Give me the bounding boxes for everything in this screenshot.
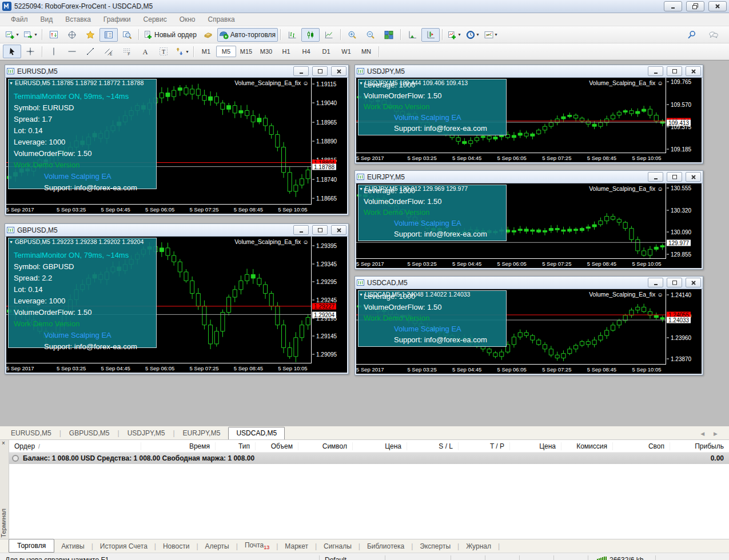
terminal-tab-7[interactable]: Сигналы — [317, 541, 358, 552]
periods-button[interactable]: ▾ — [463, 28, 481, 42]
chart-window-titlebar[interactable]: GBPUSD,M5 — [5, 224, 348, 237]
tile-windows-button[interactable] — [380, 28, 398, 42]
new-order-button[interactable]: Новый ордер — [141, 28, 199, 42]
vline-button[interactable] — [45, 45, 63, 58]
terminal-column-10[interactable]: Своп — [612, 442, 670, 450]
time-axis[interactable]: 5 Sep 20175 Sep 03:255 Sep 04:455 Sep 06… — [6, 205, 312, 214]
time-axis[interactable]: 5 Sep 20175 Sep 03:255 Sep 04:455 Sep 06… — [356, 365, 666, 374]
templates-button[interactable]: ▾ — [481, 28, 500, 42]
timeframe-mn-button[interactable]: MN — [356, 46, 376, 57]
auto-scroll-button[interactable] — [403, 28, 421, 42]
chart-window-usdcad[interactable]: USDCAD,M5Leverage: 1000VolumeOrderFlow: … — [354, 276, 703, 375]
timeframe-m15-button[interactable]: M15 — [236, 46, 256, 57]
terminal-panel-button[interactable] — [99, 28, 118, 42]
menu-item-view[interactable]: Вид — [34, 14, 59, 25]
chart-tab-eurjpy[interactable]: EURJPY,M5 — [175, 427, 229, 439]
terminal-column-2[interactable]: Тип — [215, 442, 255, 450]
terminal-column-7[interactable]: T / P — [458, 442, 509, 450]
terminal-tab-1[interactable]: Активы — [54, 541, 91, 552]
timeframe-h1-button[interactable]: H1 — [276, 46, 296, 57]
chart-restore-button[interactable] — [312, 66, 328, 76]
terminal-column-8[interactable]: Цена — [509, 442, 561, 450]
chart-restore-button[interactable] — [667, 172, 682, 182]
bars-chart-button[interactable] — [283, 28, 301, 42]
timeframe-m5-button[interactable]: M5 — [216, 46, 236, 57]
terminal-tab-8[interactable]: Библиотека — [360, 541, 411, 552]
terminal-column-6[interactable]: S / L — [407, 442, 458, 450]
chart-tab-eurusd[interactable]: EURUSD,M5 — [3, 427, 59, 439]
menu-item-charts[interactable]: Графики — [97, 14, 137, 25]
market-watch-button[interactable] — [45, 28, 63, 42]
timeframe-w1-button[interactable]: W1 — [336, 46, 356, 57]
dropdown-arrow-icon[interactable]: ▾ — [495, 32, 497, 37]
indicators-button[interactable]: ▾ — [445, 28, 463, 42]
chart-restore-button[interactable] — [312, 225, 328, 235]
terminal-column-0[interactable]: Ордер/ — [9, 442, 141, 450]
dropdown-arrow-icon[interactable]: ▾ — [34, 32, 37, 37]
chart-window-usdjpy[interactable]: USDJPY,M5Leverage: 1000VolumeOrderFlow: … — [354, 65, 703, 164]
search-button[interactable] — [683, 28, 701, 42]
terminal-tab-0[interactable]: Торговля — [9, 539, 54, 553]
channel-button[interactable]: E — [99, 45, 118, 58]
time-axis[interactable]: 5 Sep 20175 Sep 03:255 Sep 04:455 Sep 06… — [6, 364, 312, 373]
chart-minimize-button[interactable] — [648, 172, 663, 182]
terminal-column-5[interactable]: Цена — [352, 442, 407, 450]
time-axis[interactable]: 5 Sep 20175 Sep 03:255 Sep 04:455 Sep 06… — [356, 259, 666, 268]
chart-window-eurjpy[interactable]: EURJPY,M5Leverage: 1000VolumeOrderFlow: … — [354, 170, 703, 270]
terminal-tab-10[interactable]: Журнал — [459, 541, 498, 552]
menu-item-window[interactable]: Окно — [173, 14, 202, 25]
chart-plot[interactable]: Leverage: 1000VolumeOrderFlow: 1.50Work … — [356, 78, 666, 153]
chart-tab-usdjpy[interactable]: USDJPY,M5 — [119, 427, 173, 439]
chart-restore-button[interactable] — [667, 278, 682, 287]
chart-close-button[interactable] — [331, 225, 346, 235]
chart-close-button[interactable] — [686, 278, 701, 287]
tab-scroll-left-icon[interactable]: ◀ — [700, 431, 704, 437]
dropdown-arrow-icon[interactable]: ▾ — [186, 49, 188, 54]
metaeditor-button[interactable] — [199, 28, 217, 42]
terminal-tab-3[interactable]: Новости — [156, 541, 196, 552]
chart-close-button[interactable] — [686, 66, 701, 76]
chart-close-button[interactable] — [331, 66, 346, 76]
chart-plot[interactable]: Leverage: 1000VolumeOrderFlow: 1.50Work … — [356, 183, 666, 259]
chart-plot[interactable]: Leverage: 1000VolumeOrderFlow: 1.50Work … — [356, 289, 666, 365]
chart-window-gbpusd[interactable]: GBPUSD,M5TerminalMonitor ON, 79ms, ~14ms… — [5, 223, 349, 374]
price-scale[interactable]: 1.293951.293451.292951.292451.291951.291… — [312, 237, 347, 363]
timeframe-m1-button[interactable]: M1 — [196, 46, 216, 57]
terminal-column-1[interactable]: Время — [141, 442, 215, 450]
window-close-button[interactable] — [708, 1, 727, 11]
crosshair-button[interactable] — [21, 45, 39, 58]
chart-close-button[interactable] — [686, 172, 701, 182]
fibonacci-button[interactable]: F — [118, 45, 136, 58]
terminal-tab-6[interactable]: Маркет — [278, 541, 315, 552]
chart-minimize-button[interactable] — [648, 66, 663, 76]
cursor-button[interactable] — [3, 45, 21, 58]
chat-button[interactable] — [704, 28, 723, 42]
chart-window-titlebar[interactable]: USDJPY,M5 — [355, 65, 703, 78]
data-window-button[interactable] — [63, 28, 81, 42]
menu-item-help[interactable]: Справка — [202, 14, 241, 25]
hline-button[interactable] — [63, 45, 81, 58]
chart-minimize-button[interactable] — [293, 66, 309, 76]
terminal-column-4[interactable]: Символ — [298, 442, 352, 450]
timeframe-h4-button[interactable]: H4 — [296, 46, 316, 57]
terminal-tab-4[interactable]: Алерты — [198, 541, 236, 552]
chart-restore-button[interactable] — [667, 66, 682, 76]
timeframe-m30-button[interactable]: M30 — [256, 46, 276, 57]
terminal-column-11[interactable]: Прибыль — [670, 442, 729, 450]
terminal-column-3[interactable]: Объем — [255, 442, 298, 450]
menu-item-file[interactable]: Файл — [5, 14, 34, 25]
new-chart-button[interactable]: ▾ — [3, 28, 21, 42]
price-scale[interactable]: 1.191151.190401.189651.188901.188151.187… — [312, 78, 347, 205]
terminal-column-9[interactable]: Комиссия — [561, 442, 612, 450]
chart-window-titlebar[interactable]: USDCAD,M5 — [355, 277, 703, 289]
chart-plot[interactable]: TerminalMonitor ON, 79ms, ~14msSymbol: G… — [6, 237, 312, 363]
chart-window-eurusd[interactable]: EURUSD,M5TerminalMonitor ON, 59ms, ~14ms… — [5, 65, 349, 215]
arrows-button[interactable]: ▾ — [173, 45, 191, 58]
window-minimize-button[interactable] — [664, 1, 682, 11]
dropdown-arrow-icon[interactable]: ▾ — [16, 32, 18, 37]
terminal-close-button[interactable]: × — [2, 441, 5, 446]
auto-trading-button[interactable]: Авто-торговля — [217, 28, 278, 42]
text-button[interactable]: A — [136, 45, 154, 58]
menu-item-insert[interactable]: Вставка — [59, 14, 97, 25]
time-axis[interactable]: 5 Sep 20175 Sep 03:255 Sep 04:455 Sep 06… — [356, 154, 666, 162]
